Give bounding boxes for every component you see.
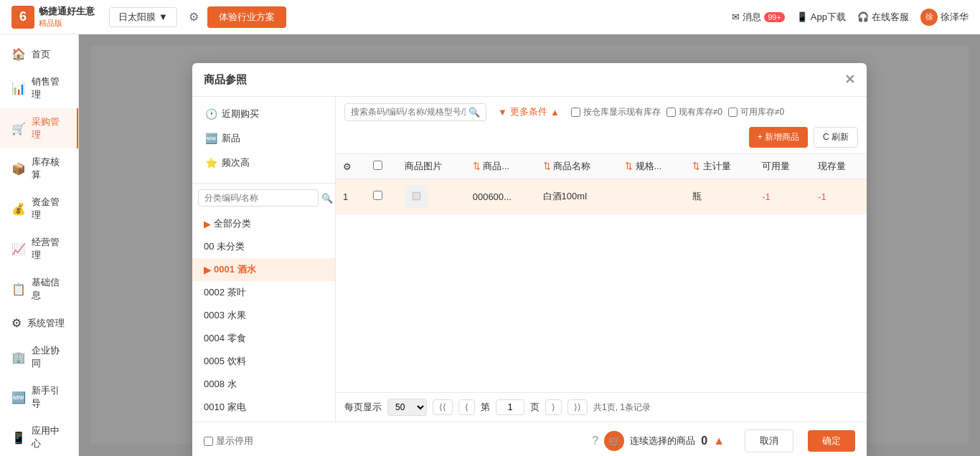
category-00[interactable]: 00 未分类: [192, 235, 335, 258]
select-all-checkbox[interactable]: [373, 161, 382, 170]
modal-left-panel: 🕐 近期购买 🆕 新品 ⭐ 频次高: [192, 97, 336, 422]
product-thumbnail: 🖼: [405, 185, 428, 208]
col-image: 商品图片: [397, 154, 466, 179]
sidebar-label-enterprise: 企业协同: [32, 344, 67, 370]
sort-icon-name: ⇅: [543, 161, 551, 171]
nav-right: ✉ 消息 99+ 📱 App下载 🎧 在线客服 徐 徐泽华: [732, 9, 969, 26]
quick-tab-frequent[interactable]: ⭐ 频次高: [198, 151, 329, 174]
product-search-input[interactable]: [351, 107, 466, 117]
table-row[interactable]: 1 🖼 000600... 白酒100ml: [336, 179, 867, 214]
search-icon[interactable]: 🔍: [468, 107, 480, 118]
sidebar-item-finance[interactable]: 💰 资金管理: [0, 189, 78, 229]
image-icon: 🖼: [411, 191, 421, 202]
quick-tabs: 🕐 近期购买 🆕 新品 ⭐ 频次高: [192, 97, 335, 180]
cell-available: -1: [755, 179, 811, 214]
usable-not-zero-checkbox[interactable]: [728, 108, 738, 117]
checkbox-usable-not-zero[interactable]: 可用库存≠0: [728, 106, 784, 118]
first-page-button[interactable]: ⟨⟨: [433, 399, 453, 415]
next-page-button[interactable]: ⟩: [545, 399, 562, 415]
sidebar-item-enterprise[interactable]: 🏢 企业协同: [0, 337, 78, 377]
category-all[interactable]: ▶ 全部分类: [192, 212, 335, 235]
user-item[interactable]: 徐 徐泽华: [920, 9, 969, 26]
sidebar-item-operation[interactable]: 📈 经营管理: [0, 229, 78, 269]
settings-icon: ⚙: [343, 161, 352, 172]
content-area: 商品参照 ✕ 🕐 近期购买 🆕: [79, 34, 980, 456]
cell-stock: -1: [811, 179, 867, 214]
col-unit[interactable]: ⇅ 主计量: [685, 154, 755, 179]
toolbar-right: + 新增商品 C 刷新: [749, 127, 858, 148]
help-icon[interactable]: ?: [592, 434, 598, 447]
modal-right-panel: 🔍 ▼ 更多条件 ▲ 按仓库显示现有库存: [336, 97, 867, 422]
active-arrow-icon: ▶: [204, 265, 211, 275]
disabled-checkbox[interactable]: [204, 437, 213, 446]
page-input[interactable]: [496, 399, 524, 415]
category-0003[interactable]: 0003 水果: [192, 304, 335, 327]
checkbox-by-warehouse[interactable]: 按仓库显示现有库存: [571, 106, 661, 118]
prev-page-button[interactable]: ⟨: [458, 399, 475, 415]
col-settings[interactable]: ⚙: [336, 154, 366, 179]
add-product-button[interactable]: + 新增商品: [749, 127, 808, 148]
last-page-button[interactable]: ⟩⟩: [567, 399, 588, 415]
sidebar-item-purchase[interactable]: 🛒 采购管理: [0, 108, 78, 148]
category-0001[interactable]: ▶ 0001 酒水: [192, 258, 335, 281]
category-search: 🔍: [192, 186, 335, 209]
gear-icon[interactable]: ⚙: [189, 10, 199, 24]
top-nav: 6 畅捷通好生意 精品版 日太阳膜 ▼ ⚙ 体验行业方案 ✉ 消息 99+ 📱 …: [0, 0, 980, 34]
category-0010[interactable]: 0010 家电: [192, 396, 335, 419]
modal-body: 🕐 近期购买 🆕 新品 ⭐ 频次高: [192, 97, 867, 422]
by-warehouse-checkbox[interactable]: [571, 108, 580, 117]
sidebar-item-sales[interactable]: 📊 销售管理: [0, 68, 78, 108]
quick-tab-recent[interactable]: 🕐 近期购买: [198, 103, 329, 125]
col-code[interactable]: ⇅ 商品...: [466, 154, 536, 179]
category-0008[interactable]: 0008 水: [192, 373, 335, 396]
category-search-input[interactable]: [198, 189, 319, 206]
message-icon: ✉: [732, 11, 740, 22]
cart-label: 连续选择的商品: [630, 434, 695, 447]
sidebar-item-stock[interactable]: 📦 库存核算: [0, 148, 78, 189]
clock-icon: 🕐: [205, 108, 217, 120]
sidebar-item-system[interactable]: ⚙ 系统管理: [0, 309, 78, 337]
category-0004[interactable]: 0004 零食: [192, 327, 335, 350]
quick-tab-new[interactable]: 🆕 新品: [198, 127, 329, 150]
finance-icon: 💰: [11, 202, 26, 216]
message-item[interactable]: ✉ 消息 99+: [732, 11, 785, 24]
sidebar-item-guide[interactable]: 🆕 新手引导: [0, 377, 78, 417]
sidebar-label-home: 首页: [32, 48, 50, 61]
category-0002[interactable]: 0002 茶叶: [192, 281, 335, 304]
col-name[interactable]: ⇅ 商品名称: [536, 154, 618, 179]
available-not-zero-checkbox[interactable]: [666, 108, 676, 117]
collapse-icon[interactable]: ▲: [713, 434, 725, 447]
sidebar-item-app[interactable]: 📱 应用中心: [0, 417, 78, 456]
online-service-item[interactable]: 🎧 在线客服: [857, 11, 909, 24]
app-download-item[interactable]: 📱 App下载: [796, 11, 846, 24]
cancel-button[interactable]: 取消: [745, 429, 793, 452]
category-search-icon[interactable]: 🔍: [321, 193, 333, 204]
sidebar: 🏠 首页 📊 销售管理 🛒 采购管理 📦 库存核算 💰 资金管理 📈 经营管理 …: [0, 34, 79, 456]
sidebar-label-purchase: 采购管理: [32, 115, 65, 141]
row-checkbox[interactable]: [373, 191, 382, 200]
sales-icon: 📊: [11, 82, 26, 95]
filter-button[interactable]: ▼ 更多条件 ▲: [492, 103, 565, 121]
per-page-select[interactable]: 50 10 20 100: [387, 399, 427, 416]
store-dropdown[interactable]: 日太阳膜 ▼: [109, 7, 177, 27]
message-badge: 99+: [764, 12, 785, 22]
checkbox-available-not-zero[interactable]: 现有库存≠0: [666, 106, 722, 118]
close-icon[interactable]: ✕: [844, 72, 855, 87]
purchase-icon: 🛒: [11, 122, 26, 136]
system-icon: ⚙: [11, 316, 22, 330]
modal-footer: 显示停用 ? 🛒 连续选择的商品 0 ▲ 取消 确定: [192, 422, 867, 456]
confirm-button[interactable]: 确定: [808, 430, 855, 452]
cart-button[interactable]: 🛒: [604, 431, 624, 451]
col-spec[interactable]: ⇅ 规格...: [618, 154, 685, 179]
sidebar-item-home[interactable]: 🏠 首页: [0, 40, 78, 68]
sidebar-label-guide: 新手引导: [32, 384, 67, 410]
refresh-button[interactable]: C 刷新: [814, 127, 858, 148]
cart-area: ? 🛒 连续选择的商品 0 ▲: [592, 431, 725, 451]
arrow-icon: ▶: [204, 219, 211, 229]
sidebar-item-base[interactable]: 📋 基础信息: [0, 269, 78, 309]
sidebar-label-sales: 销售管理: [32, 75, 67, 101]
show-disabled-checkbox[interactable]: 显示停用: [204, 434, 253, 447]
trial-button[interactable]: 体验行业方案: [207, 6, 286, 28]
main-layout: 🏠 首页 📊 销售管理 🛒 采购管理 📦 库存核算 💰 资金管理 📈 经营管理 …: [0, 34, 980, 456]
category-0005[interactable]: 0005 饮料: [192, 350, 335, 373]
